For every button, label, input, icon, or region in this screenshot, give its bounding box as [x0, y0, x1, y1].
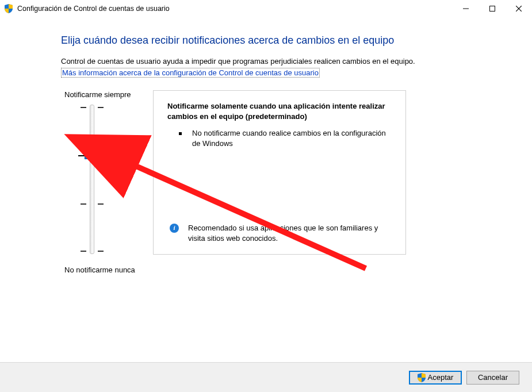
ok-button[interactable]: Aceptar [409, 371, 462, 385]
recommendation-row: i Recomendado si usa aplicaciones que le… [170, 223, 392, 244]
panel-title: Notificarme solamente cuando una aplicac… [167, 101, 392, 121]
slider-tick [81, 107, 86, 108]
uac-slider[interactable] [78, 105, 153, 260]
recommendation-text: Recomendado si usa aplicaciones que le s… [188, 223, 392, 244]
panel-bullet: No notificarme cuando realice cambios en… [179, 128, 392, 149]
slider-tick [98, 203, 104, 205]
maximize-button[interactable] [479, 0, 506, 17]
more-info-link[interactable]: Más información acerca de la configuraci… [61, 68, 320, 78]
window-title: Configuración de Control de cuentas de u… [17, 5, 170, 13]
uac-shield-icon [418, 373, 426, 382]
slider-thumb[interactable] [85, 152, 99, 159]
slider-tick [98, 251, 104, 252]
window-controls [453, 0, 532, 17]
bullet-icon [179, 132, 182, 135]
slider-tick [81, 203, 86, 205]
level-description-panel: Notificarme solamente cuando una aplicac… [153, 90, 406, 255]
minimize-button[interactable] [453, 0, 479, 17]
titlebar: Configuración de Control de cuentas de u… [0, 0, 532, 17]
cancel-button[interactable]: Cancelar [466, 371, 519, 385]
ok-button-label: Aceptar [428, 373, 454, 382]
dialog-footer: Aceptar Cancelar [0, 362, 532, 392]
uac-shield-icon [5, 4, 13, 13]
slider-top-label: Notificarme siempre [64, 90, 153, 99]
page-heading: Elija cuándo desea recibir notificacione… [61, 34, 474, 47]
info-icon: i [170, 224, 179, 233]
slider-tick [98, 107, 104, 108]
page-description: Control de cuentas de usuario ayuda a im… [61, 57, 474, 66]
svg-rect-1 [490, 6, 495, 11]
slider-bottom-label: No notificarme nunca [64, 266, 153, 274]
slider-panel-row: Notificarme siempre No notificarme nunca… [61, 90, 474, 280]
cancel-button-label: Cancelar [478, 373, 508, 382]
content-area: Elija cuándo desea recibir notificacione… [0, 17, 532, 280]
slider-track [90, 105, 94, 254]
slider-column: Notificarme siempre No notificarme nunca [61, 90, 153, 280]
slider-tick [81, 251, 86, 252]
panel-bullet-text: No notificarme cuando realice cambios en… [192, 128, 392, 149]
close-button[interactable] [506, 0, 532, 17]
